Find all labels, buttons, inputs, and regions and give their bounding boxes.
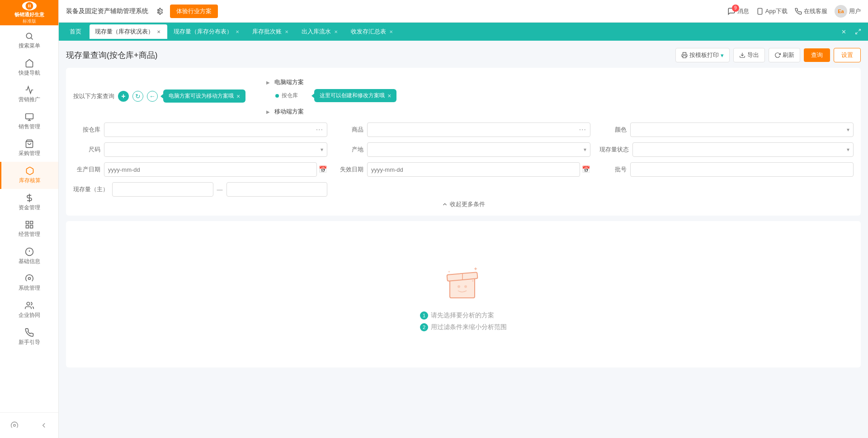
schema-sub-item: 按仓库 这里可以创建和修改方案哦 × xyxy=(275,88,396,104)
sidebar-item-guide[interactable]: 新手引导 xyxy=(0,324,58,351)
sidebar-item-label: 新手引导 xyxy=(19,339,40,346)
tab-summary[interactable]: 收发存汇总表 ✕ xyxy=(345,24,400,39)
tab-close-icon[interactable]: ✕ xyxy=(283,28,290,35)
filter-produce-date-row: 生产日期 📅 xyxy=(73,162,327,177)
page-actions: 按模板打印 ▾ 导出 刷新 查询 设置 xyxy=(675,48,861,62)
size-chevron-icon: ▾ xyxy=(321,146,323,153)
stock-main-to-input[interactable] xyxy=(226,182,328,197)
batch-input[interactable] xyxy=(630,162,854,177)
empty-svg: ✦ ✦ ✦ xyxy=(441,257,486,302)
tab-home[interactable]: 首页 xyxy=(62,24,89,39)
origin-label: 产地 xyxy=(336,146,363,154)
sidebar-nav: 搜索菜单 快捷导航 营销推广 销售管理 采购管理 库存核算 资金 xyxy=(0,25,58,412)
collapse-sidebar-btn[interactable] xyxy=(36,417,52,433)
sidebar-item-enterprise[interactable]: 企业协同 xyxy=(0,297,58,324)
back-schema-btn[interactable]: ← xyxy=(147,91,158,102)
page-content: 现存量查询(按仓库+商品) 按模板打印 ▾ 导出 刷新 查询 设置 xyxy=(59,41,868,438)
sidebar-item-inventory[interactable]: 库存核算 xyxy=(0,162,58,189)
sidebar-item-purchase[interactable]: 采购管理 xyxy=(0,135,58,162)
tab-close-icon[interactable]: ✕ xyxy=(156,28,162,35)
schema-mobile[interactable]: ▶ 移动端方案 xyxy=(266,106,396,117)
export-btn-label: 导出 xyxy=(747,51,759,59)
search-btn[interactable]: 查询 xyxy=(804,48,830,62)
add-schema-btn[interactable]: + xyxy=(118,91,129,102)
filter-form-grid: 按仓库 ··· 商品 ··· 颜色 xyxy=(73,122,854,197)
sidebar-item-sales[interactable]: 销售管理 xyxy=(0,108,58,135)
username-label: 用户 xyxy=(849,7,861,15)
sidebar-item-label: 经营管理 xyxy=(19,231,40,238)
tooltip-bubble-1: 电脑方案可设为移动方案哦 × xyxy=(163,89,245,103)
tip-num-1: 1 xyxy=(420,311,428,320)
empty-tips: 1 请先选择要分析的方案 2 用过滤条件来缩小分析范围 xyxy=(420,311,507,331)
svg-point-31 xyxy=(464,285,467,288)
stock-main-from-input[interactable] xyxy=(112,182,213,197)
tab-label: 现存量（库存分布表） xyxy=(174,28,232,36)
svg-line-21 xyxy=(856,32,858,34)
color-select[interactable]: ▾ xyxy=(630,122,854,137)
expire-date-from-input[interactable] xyxy=(367,162,580,177)
sidebar-item-search-menu[interactable]: 搜索菜单 xyxy=(0,27,58,54)
settings-btn[interactable] xyxy=(6,417,23,433)
refresh-btn[interactable]: 刷新 xyxy=(769,48,800,62)
produce-date-label: 生产日期 xyxy=(73,165,100,174)
sidebar-item-finance[interactable]: 资金管理 xyxy=(0,189,58,216)
sidebar-item-label: 库存核算 xyxy=(19,177,41,184)
origin-chevron-icon: ▾ xyxy=(584,146,586,153)
goods-dots: ··· xyxy=(579,126,586,134)
print-btn-label: 按模板打印 xyxy=(689,51,719,59)
stock-status-select[interactable]: ▾ xyxy=(632,142,854,157)
app-download-btn[interactable]: App下载 xyxy=(756,7,788,15)
cycle-schema-btn[interactable]: ↻ xyxy=(132,91,143,102)
tooltip-close-2[interactable]: × xyxy=(387,92,391,99)
schema-dot xyxy=(275,94,279,98)
sidebar-item-quick-nav[interactable]: 快捷导航 xyxy=(0,54,58,81)
empty-illustration: ✦ ✦ ✦ xyxy=(441,257,486,302)
tab-close-icon[interactable]: ✕ xyxy=(333,28,339,35)
produce-date-cal-icon[interactable]: 📅 xyxy=(319,165,327,174)
goods-select[interactable]: ··· xyxy=(367,122,590,137)
tooltip-close-1[interactable]: × xyxy=(236,93,240,100)
warehouse-select[interactable]: ··· xyxy=(104,122,327,137)
tab-batch-account[interactable]: 库存批次账 ✕ xyxy=(247,24,295,39)
topbar-gear-btn[interactable] xyxy=(153,5,165,18)
sidebar-item-basic-info[interactable]: 基础信息 xyxy=(0,243,58,270)
produce-date-from-input[interactable] xyxy=(104,162,317,177)
message-count: 9 xyxy=(732,5,739,12)
collapse-btn[interactable]: 收起更多条件 xyxy=(442,200,485,208)
tab-flow[interactable]: 出入库流水 ✕ xyxy=(296,24,344,39)
schema-desktop-label: 电脑端方案 xyxy=(274,78,304,86)
expand-icon: ▶ xyxy=(266,109,272,114)
trial-btn[interactable]: 体验行业方案 xyxy=(170,5,218,18)
svg-point-0 xyxy=(26,33,32,38)
tab-close-icon[interactable]: ✕ xyxy=(388,28,394,35)
expire-date-cal-icon[interactable]: 📅 xyxy=(582,165,590,174)
tab-fullscreen-btn[interactable] xyxy=(852,25,864,38)
export-btn[interactable]: 导出 xyxy=(733,48,765,62)
print-btn[interactable]: 按模板打印 ▾ xyxy=(675,48,730,62)
user-area[interactable]: Ea 用户 xyxy=(835,5,861,18)
origin-select[interactable]: ▾ xyxy=(367,142,590,157)
stock-status-chevron-icon: ▾ xyxy=(847,146,849,153)
tab-inventory-status[interactable]: 现存量（库存状况表） ✕ xyxy=(90,24,167,39)
warehouse-dots: ··· xyxy=(316,126,323,134)
tab-inventory-distribution[interactable]: 现存量（库存分布表） ✕ xyxy=(168,24,246,39)
tab-close-all-btn[interactable]: ✕ xyxy=(837,25,850,38)
tabs-bar: 首页 现存量（库存状况表） ✕ 现存量（库存分布表） ✕ 库存批次账 ✕ 出入库… xyxy=(59,23,868,41)
sidebar-item-operations[interactable]: 经营管理 xyxy=(0,216,58,243)
setting-btn[interactable]: 设置 xyxy=(834,48,861,62)
schema-desktop[interactable]: ▶ 电脑端方案 xyxy=(266,77,396,88)
size-select[interactable]: ▾ xyxy=(104,142,327,157)
svg-rect-7 xyxy=(26,221,28,224)
collapse-icon xyxy=(442,201,448,207)
scheme-list: ▶ 电脑端方案 按仓库 这里可以创建和修改方案哦 × xyxy=(263,77,396,117)
filter-header: 按以下方案查询 + ↻ ← 电脑方案可设为移动方案哦 × xyxy=(73,75,854,117)
tab-close-icon[interactable]: ✕ xyxy=(234,28,241,35)
online-service-btn[interactable]: 在线客服 xyxy=(795,7,827,15)
sidebar-item-marketing[interactable]: 营销推广 xyxy=(0,81,58,108)
message-btn[interactable]: 9 消息 xyxy=(727,7,749,15)
main-content: 装备及固定资产辅助管理系统 体验行业方案 9 消息 App下载 在线客服 xyxy=(59,0,868,438)
topbar-right: 9 消息 App下载 在线客服 Ea 用户 xyxy=(727,5,861,18)
sidebar-item-system[interactable]: 系统管理 xyxy=(0,269,58,297)
refresh-btn-label: 刷新 xyxy=(783,51,794,59)
svg-point-15 xyxy=(27,302,30,305)
